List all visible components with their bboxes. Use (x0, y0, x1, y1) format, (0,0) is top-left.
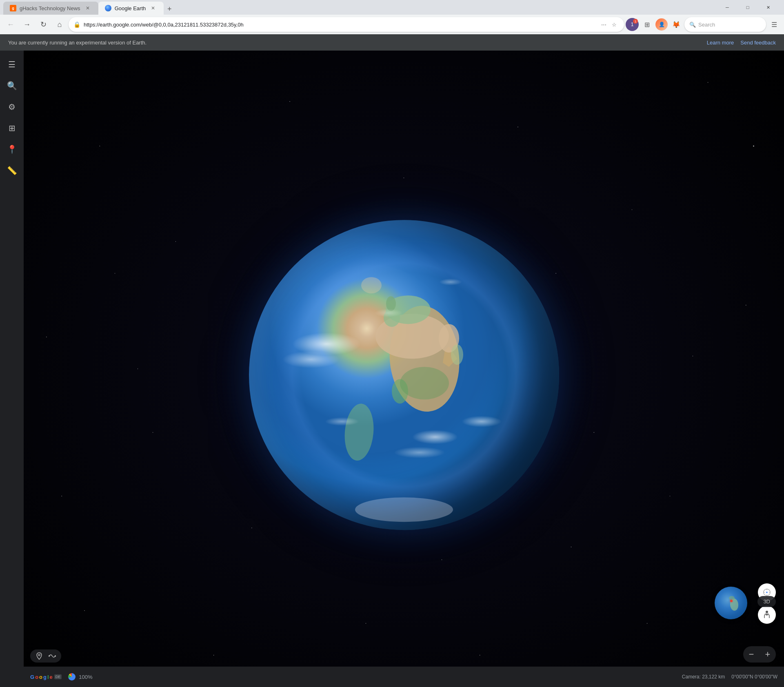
maximize-button[interactable]: □ (738, 2, 757, 13)
bottom-left-controls (30, 649, 61, 663)
sidebar-voyager-button[interactable]: ⊞ (3, 119, 21, 137)
sidebar-search-button[interactable]: 🔍 (3, 77, 21, 95)
nav-bar: ← → ↻ ⌂ 🔒 https://earth.google.com/web/@… (0, 15, 784, 34)
right-toolbar: 1 1 ⊞ 👤 🦊 🔍 Search ☰ (626, 17, 781, 32)
compass-icon (762, 588, 771, 597)
svg-point-5 (384, 309, 400, 327)
camera-label: Camera: (682, 674, 701, 680)
search-icon: 🔍 (7, 81, 17, 91)
tab-google-earth-favicon (105, 5, 111, 11)
search-icon: 🔍 (689, 22, 696, 28)
experimental-message: You are currently running an experimenta… (8, 40, 700, 46)
bottom-bar: G o o g l e DE 100% Camera: 23,122 km (24, 667, 784, 687)
svg-point-27 (49, 655, 50, 656)
google-g: G (30, 674, 34, 680)
mini-globe-container[interactable] (715, 587, 747, 619)
loading-indicator: 100% (68, 673, 92, 680)
sidebar-explore-button[interactable]: ⚙ (3, 98, 21, 116)
loading-circle (68, 673, 76, 680)
camera-value: 23,122 km (702, 674, 725, 680)
experimental-banner: You are currently running an experimenta… (0, 34, 784, 51)
location-route-group (30, 649, 61, 663)
home-button[interactable]: ⌂ (52, 17, 67, 32)
continents-svg (249, 220, 559, 530)
location-pin-icon (35, 652, 43, 660)
tab-ghacks-favicon: g (10, 5, 16, 11)
explore-icon: ⚙ (8, 102, 16, 112)
coordinates: 0°00'00"N 0°00'00"W (731, 674, 777, 680)
measure-icon: 📏 (7, 166, 17, 175)
avatar[interactable]: 👤 (655, 18, 668, 31)
zoom-in-button[interactable]: + (760, 646, 776, 663)
svg-point-11 (451, 344, 463, 365)
address-bar-container: 🔒 https://earth.google.com/web/@0,0,0a,2… (69, 17, 624, 32)
tab-google-earth-close[interactable]: ✕ (149, 4, 157, 12)
title-bar: g gHacks Technology News ✕ Google Earth … (0, 0, 784, 15)
zoom-controls: − + (743, 646, 776, 663)
svg-point-8 (342, 402, 376, 462)
voyager-icon: ⊞ (9, 123, 16, 133)
address-bar-icons: ⋯ ☆ (599, 20, 619, 29)
learn-more-link[interactable]: Learn more (707, 40, 734, 46)
zoom-controls-area: 3D (743, 596, 776, 663)
hamburger-icon: ☰ (8, 60, 16, 69)
forward-button[interactable]: → (20, 17, 34, 32)
tab-google-earth[interactable]: Google Earth ✕ (98, 2, 164, 15)
window-controls: ─ □ ✕ (718, 2, 777, 13)
pocket-btn[interactable]: 🦊 (670, 18, 683, 31)
places-icon: 📍 (7, 144, 17, 154)
svg-point-18 (766, 592, 768, 593)
earth-view[interactable]: 3D (24, 51, 784, 687)
svg-point-7 (361, 277, 382, 293)
tab-google-earth-title: Google Earth (115, 5, 146, 11)
camera-info: Camera: 23,122 km (682, 674, 725, 680)
tab-ghacks-close[interactable]: ✕ (84, 4, 92, 12)
tabs-area: g gHacks Technology News ✕ Google Earth … (3, 0, 716, 15)
search-box[interactable]: 🔍 Search (684, 17, 766, 32)
tab-ghacks-title: gHacks Technology News (20, 5, 80, 11)
address-bar[interactable]: 🔒 https://earth.google.com/web/@0,0,0a,2… (69, 17, 624, 32)
bookmark-icon[interactable]: ☆ (609, 20, 619, 29)
sidebar: ☰ 🔍 ⚙ ⊞ 📍 📏 (0, 51, 24, 687)
extension-grid-btn[interactable]: ⊞ (640, 18, 653, 31)
svg-point-26 (38, 654, 40, 656)
svg-point-6 (386, 296, 396, 311)
browser-frame: g gHacks Technology News ✕ Google Earth … (0, 0, 784, 687)
svg-point-13 (400, 367, 449, 399)
sidebar-measure-button[interactable]: 📏 (3, 162, 21, 180)
mode-3d-button[interactable]: 3D (757, 596, 776, 607)
google-l: l (47, 674, 49, 680)
url-text: https://earth.google.com/web/@0,0,0a,231… (84, 22, 595, 28)
minimize-button[interactable]: ─ (718, 2, 737, 13)
earth-globe[interactable] (249, 220, 559, 530)
zoom-out-button[interactable]: − (743, 646, 760, 663)
extension-notification-badge: 1 (633, 19, 638, 24)
svg-point-28 (55, 655, 56, 656)
location-pin-button[interactable] (35, 652, 43, 660)
tab-ghacks[interactable]: g gHacks Technology News ✕ (3, 2, 98, 15)
google-o1: o (35, 674, 38, 680)
new-tab-button[interactable]: + (164, 3, 175, 15)
send-feedback-link[interactable]: Send feedback (740, 40, 776, 46)
close-button[interactable]: ✕ (759, 2, 777, 13)
back-button[interactable]: ← (3, 17, 18, 32)
search-placeholder: Search (698, 22, 715, 28)
mini-globe-pin (730, 600, 733, 602)
extension-badge-btn[interactable]: 1 1 (626, 18, 639, 31)
sidebar-places-button[interactable]: 📍 (3, 140, 21, 158)
google-o2: o (39, 674, 42, 680)
sidebar-menu-button[interactable]: ☰ (3, 55, 21, 73)
globe-container[interactable] (249, 220, 559, 530)
de-badge: DE (54, 674, 62, 679)
route-button[interactable] (48, 652, 56, 660)
browser-menu-button[interactable]: ☰ (768, 18, 781, 31)
profile-btn[interactable]: 👤 (655, 18, 668, 31)
mini-globe[interactable] (715, 587, 747, 619)
more-dots-icon[interactable]: ⋯ (599, 20, 609, 29)
security-icon: 🔒 (73, 21, 80, 28)
google-e: e (50, 674, 53, 680)
svg-point-9 (355, 497, 453, 522)
mini-globe-svg (715, 587, 747, 619)
google-g2: g (43, 674, 47, 680)
reload-button[interactable]: ↻ (36, 17, 51, 32)
